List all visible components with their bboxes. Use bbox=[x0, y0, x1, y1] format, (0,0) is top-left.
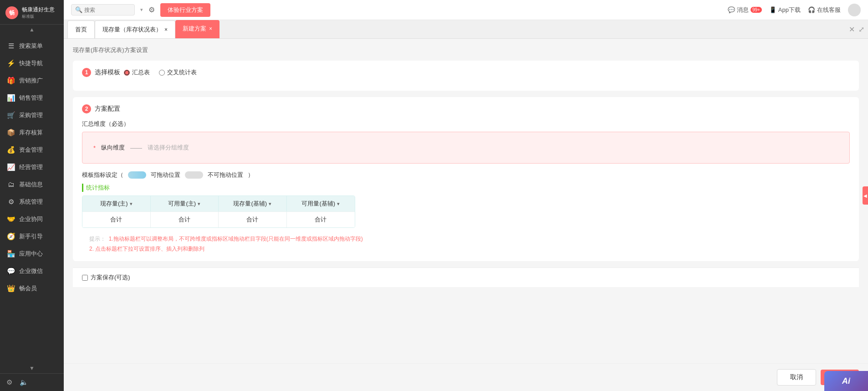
sidebar-item-system[interactable]: ⚙ 系统管理 bbox=[0, 193, 64, 211]
tip-2: 2. 点击标题栏下拉可设置排序、插入列和删除列 bbox=[89, 244, 850, 254]
step2-badge: 2 bbox=[82, 104, 91, 113]
metric-col-2-label: 现存量(基辅) bbox=[233, 200, 267, 208]
search-box[interactable]: 🔍 bbox=[71, 4, 135, 15]
radio-summary-input[interactable] bbox=[124, 70, 130, 76]
sidebar-item-label: 企业微信 bbox=[19, 267, 43, 275]
metric-cell-3: 合计 bbox=[287, 212, 355, 227]
tab-home[interactable]: 首页 bbox=[67, 21, 95, 38]
sidebar-item-finance[interactable]: 💰 资金管理 bbox=[0, 141, 64, 159]
system-icon: ⚙ bbox=[6, 198, 15, 206]
online-service-button[interactable]: 🎧 在线客服 bbox=[808, 6, 841, 14]
tabs-bar: 首页 现存量（库存状况表） × 新建方案 × ✕ ⤢ bbox=[64, 20, 868, 39]
radio-summary[interactable]: 汇总表 bbox=[124, 68, 150, 77]
sidebar-item-marketing[interactable]: 🎁 营销推广 bbox=[0, 72, 64, 89]
ai-fab-button[interactable]: Ai bbox=[824, 371, 868, 391]
sidebar-item-sales[interactable]: 📊 销售管理 bbox=[0, 89, 64, 107]
online-service-label: 在线客服 bbox=[817, 6, 841, 14]
content-area: 现存量(库存状况表)方案设置 1 选择模板 汇总表 交叉统计表 bbox=[64, 39, 868, 363]
step1-badge: 1 bbox=[82, 68, 91, 77]
sidebar-item-basics[interactable]: 🗂 基础信息 bbox=[0, 176, 64, 193]
radio-cross-input[interactable] bbox=[159, 70, 165, 76]
metric-col-0[interactable]: 现存量(主) ▾ bbox=[82, 196, 151, 211]
save-checkbox[interactable] bbox=[82, 275, 88, 281]
metrics-header-row: 现存量(主) ▾ 可用量(主) ▾ 现存量(基辅) ▾ 可用量(基辅) ▾ bbox=[82, 196, 355, 211]
trial-button[interactable]: 体验行业方案 bbox=[160, 3, 210, 17]
metric-col-2-chevron[interactable]: ▾ bbox=[269, 201, 271, 207]
sidebar-item-enterprise[interactable]: 🤝 企业协同 bbox=[0, 211, 64, 228]
tab-new-scheme-close-icon[interactable]: × bbox=[209, 26, 212, 32]
operations-icon: 📈 bbox=[6, 163, 15, 171]
message-badge: 99+ bbox=[751, 7, 762, 13]
metric-col-2[interactable]: 现存量(基辅) ▾ bbox=[219, 196, 287, 211]
member-icon: 👑 bbox=[6, 284, 15, 293]
marketing-icon: 🎁 bbox=[6, 77, 15, 85]
metric-col-1[interactable]: 可用量(主) ▾ bbox=[151, 196, 219, 211]
app-download-label: App下载 bbox=[778, 6, 801, 14]
app-name: 畅康通好生意 bbox=[22, 6, 55, 14]
tips-section: 提示： 1.拖动标题栏可以调整布局，不可跨维度或指标区域拖动栏目字段(只能在同一… bbox=[82, 234, 850, 254]
radio-cross-label: 交叉统计表 bbox=[167, 68, 197, 77]
metric-col-1-label: 可用量(主) bbox=[168, 200, 196, 208]
metric-col-1-chevron[interactable]: ▾ bbox=[198, 201, 200, 207]
message-button[interactable]: 💬 消息 99+ bbox=[728, 6, 762, 14]
stats-section-label: 统计指标 bbox=[82, 184, 850, 192]
sidebar-item-label: 销售管理 bbox=[19, 94, 43, 102]
sidebar-item-label: 资金管理 bbox=[19, 146, 43, 154]
tip-1: 提示： 1.拖动标题栏可以调整布局，不可跨维度或指标区域拖动栏目字段(只能在同一… bbox=[89, 234, 850, 244]
sidebar-item-label: 应用中心 bbox=[19, 250, 43, 258]
sidebar-item-label: 企业协同 bbox=[19, 215, 43, 223]
sidebar-item-operations[interactable]: 📈 经营管理 bbox=[0, 159, 64, 176]
topbar-right: 💬 消息 99+ 📱 App下载 🎧 在线客服 bbox=[728, 4, 861, 16]
sidebar-item-purchase[interactable]: 🛒 采购管理 bbox=[0, 107, 64, 124]
metrics-label-close-paren: ） bbox=[248, 171, 254, 179]
ai-fab-label: Ai bbox=[842, 376, 850, 386]
sidebar-item-member[interactable]: 👑 畅会员 bbox=[0, 280, 64, 297]
tab-home-label: 首页 bbox=[75, 26, 87, 34]
right-expand-button[interactable]: ◀ bbox=[863, 186, 868, 205]
dimension-box[interactable]: * 纵向维度 —— 请选择分组维度 bbox=[82, 132, 850, 164]
user-avatar[interactable] bbox=[848, 4, 861, 16]
radio-cross[interactable]: 交叉统计表 bbox=[159, 68, 197, 77]
sidebar-item-label: 基础信息 bbox=[19, 180, 43, 189]
metric-cell-2: 合计 bbox=[219, 212, 287, 227]
dimension-dash: —— bbox=[130, 144, 142, 151]
dropdown-chevron-icon[interactable]: ▾ bbox=[140, 7, 143, 13]
search-input[interactable] bbox=[84, 7, 130, 13]
scroll-up-arrow[interactable]: ▲ bbox=[0, 25, 64, 35]
cancel-button[interactable]: 取消 bbox=[777, 369, 816, 386]
step1-section: 1 选择模板 汇总表 交叉统计表 bbox=[73, 61, 859, 91]
sidebar-item-search[interactable]: ☰ 搜索菜单 bbox=[0, 37, 64, 55]
tab-new-scheme-label: 新建方案 bbox=[183, 25, 206, 33]
tab-new-scheme[interactable]: 新建方案 × bbox=[175, 20, 220, 38]
settings-icon[interactable]: ⚙ bbox=[6, 378, 12, 386]
volume-icon[interactable]: 🔈 bbox=[20, 378, 28, 386]
tab-close-all-icon[interactable]: ✕ bbox=[849, 25, 855, 34]
metrics-data-row: 合计 合计 合计 合计 bbox=[82, 211, 355, 227]
metrics-table: 现存量(主) ▾ 可用量(主) ▾ 现存量(基辅) ▾ 可用量(基辅) ▾ bbox=[82, 196, 355, 228]
sidebar-menu: ☰ 搜索菜单 ⚡ 快捷导航 🎁 营销推广 📊 销售管理 🛒 采购管理 📦 库存核… bbox=[0, 35, 64, 363]
sidebar-item-inventory[interactable]: 📦 库存核算 bbox=[0, 124, 64, 141]
step2-header: 2 方案配置 bbox=[82, 104, 850, 113]
tab-inventory-close-icon[interactable]: × bbox=[164, 26, 168, 33]
quicknav-icon: ⚡ bbox=[6, 59, 15, 67]
app-download-button[interactable]: 📱 App下载 bbox=[769, 6, 801, 14]
metric-col-3[interactable]: 可用量(基辅) ▾ bbox=[287, 196, 355, 211]
template-radio-group: 汇总表 交叉统计表 bbox=[124, 68, 197, 77]
tab-inventory[interactable]: 现存量（库存状况表） × bbox=[95, 21, 175, 38]
metric-col-0-chevron[interactable]: ▾ bbox=[130, 201, 133, 207]
sidebar-item-label: 搜索菜单 bbox=[19, 42, 43, 50]
sidebar-item-apps[interactable]: 🏪 应用中心 bbox=[0, 245, 64, 262]
inventory-icon: 📦 bbox=[6, 129, 15, 137]
sidebar-item-wechat[interactable]: 💬 企业微信 bbox=[0, 262, 64, 280]
non-draggable-text: 不可拖动位置 bbox=[208, 171, 243, 179]
message-icon: 💬 bbox=[728, 6, 735, 13]
sidebar-item-quicknav[interactable]: ⚡ 快捷导航 bbox=[0, 55, 64, 72]
sidebar-item-label: 快捷导航 bbox=[19, 59, 43, 67]
sidebar-item-guide[interactable]: 🧭 新手引导 bbox=[0, 228, 64, 245]
settings-gear-icon[interactable]: ⚙ bbox=[148, 5, 155, 14]
search-icon: 🔍 bbox=[75, 6, 82, 13]
sidebar-item-label: 畅会员 bbox=[19, 284, 37, 293]
tab-expand-icon[interactable]: ⤢ bbox=[858, 25, 864, 34]
scroll-down-arrow[interactable]: ▼ bbox=[0, 363, 64, 373]
metric-col-3-chevron[interactable]: ▾ bbox=[337, 201, 340, 207]
